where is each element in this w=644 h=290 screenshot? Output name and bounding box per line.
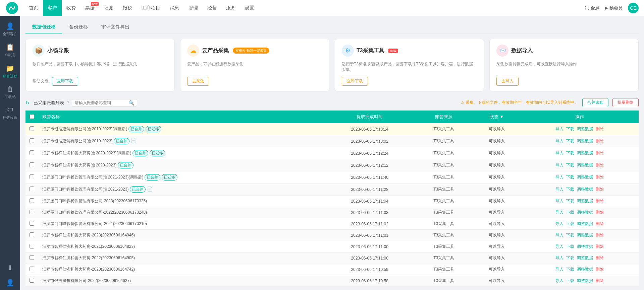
- action-调整数据[interactable]: 调整数据: [576, 163, 594, 167]
- action-调整数据[interactable]: 调整数据: [576, 256, 594, 260]
- action-调整数据[interactable]: 调整数据: [576, 221, 594, 226]
- action-调整数据[interactable]: 调整数据: [576, 199, 594, 203]
- row-checkbox[interactable]: [30, 210, 34, 214]
- row-checkbox[interactable]: [30, 174, 34, 179]
- nav-bookkeeping[interactable]: 记账: [99, 0, 118, 16]
- action-调整数据[interactable]: 调整数据: [576, 278, 594, 283]
- member-button[interactable]: ▶ 畅会员: [605, 5, 623, 11]
- file-icon[interactable]: 📄: [131, 138, 137, 143]
- action-调整数据[interactable]: 调整数据: [576, 127, 594, 131]
- nav-business[interactable]: 工商项目: [137, 0, 165, 16]
- sidebar-item-zero-report[interactable]: 📋 0申报: [0, 40, 20, 61]
- action-下载[interactable]: 下载: [565, 187, 576, 192]
- action-删除[interactable]: 删除: [594, 163, 605, 167]
- help-doc-link[interactable]: 帮助文档: [33, 78, 49, 84]
- row-checkbox[interactable]: [30, 162, 34, 167]
- sidebar-item-download[interactable]: ⬇: [6, 261, 14, 275]
- action-导入[interactable]: 导入: [554, 221, 565, 226]
- go-collect-button[interactable]: 去采集: [187, 77, 209, 86]
- action-导入[interactable]: 导入: [554, 127, 565, 131]
- action-删除[interactable]: 删除: [594, 278, 605, 283]
- action-下载[interactable]: 下载: [565, 278, 576, 283]
- go-import-button[interactable]: 去导入: [496, 77, 519, 86]
- search-input[interactable]: [75, 100, 128, 105]
- action-下载[interactable]: 下载: [565, 139, 576, 143]
- action-下载[interactable]: 下载: [565, 256, 576, 260]
- action-调整数据[interactable]: 调整数据: [576, 267, 594, 272]
- avatar[interactable]: CE: [628, 3, 639, 13]
- nav-message[interactable]: 消息: [165, 0, 184, 16]
- nav-home[interactable]: 首页: [24, 0, 43, 16]
- action-调整数据[interactable]: 调整数据: [576, 187, 594, 192]
- action-导入[interactable]: 导入: [554, 233, 565, 237]
- action-下载[interactable]: 下载: [565, 210, 576, 215]
- action-删除[interactable]: 删除: [594, 233, 605, 237]
- action-导入[interactable]: 导入: [554, 210, 565, 215]
- row-checkbox[interactable]: [30, 198, 34, 203]
- action-删除[interactable]: 删除: [594, 139, 605, 143]
- action-调整数据[interactable]: 调整数据: [576, 244, 594, 249]
- action-下载[interactable]: 下载: [565, 151, 576, 155]
- nav-tax[interactable]: 报税: [118, 0, 137, 16]
- row-checkbox[interactable]: [30, 255, 34, 260]
- download-now-button-t3[interactable]: 立即下载: [342, 77, 368, 86]
- action-下载[interactable]: 下载: [565, 233, 576, 237]
- row-checkbox[interactable]: [30, 138, 34, 143]
- refresh-icon[interactable]: ↻: [25, 100, 30, 105]
- fullscreen-button[interactable]: ⛶ 全屏: [585, 5, 599, 11]
- row-checkbox[interactable]: [30, 232, 34, 237]
- action-删除[interactable]: 删除: [594, 210, 605, 215]
- action-删除[interactable]: 删除: [594, 175, 605, 179]
- action-删除[interactable]: 删除: [594, 244, 605, 249]
- row-checkbox[interactable]: [30, 187, 34, 191]
- nav-invoice[interactable]: 票据new: [80, 0, 99, 16]
- logo[interactable]: [5, 1, 19, 15]
- sidebar-item-profile[interactable]: 👤: [6, 275, 14, 290]
- action-删除[interactable]: 删除: [594, 221, 605, 226]
- action-调整数据[interactable]: 调整数据: [576, 175, 594, 179]
- action-导入[interactable]: 导入: [554, 139, 565, 143]
- nav-service[interactable]: 服务: [221, 0, 240, 16]
- file-icon[interactable]: 📄: [147, 186, 153, 192]
- action-调整数据[interactable]: 调整数据: [576, 139, 594, 143]
- action-下载[interactable]: 下载: [565, 244, 576, 249]
- row-checkbox[interactable]: [30, 278, 34, 283]
- nav-fee[interactable]: 收费: [62, 0, 80, 16]
- sidebar-item-recycle[interactable]: 🗑 回收站: [0, 82, 20, 103]
- action-删除[interactable]: 删除: [594, 151, 605, 155]
- action-调整数据[interactable]: 调整数据: [576, 210, 594, 215]
- merge-accounts-button[interactable]: 合并账套: [582, 98, 608, 107]
- action-导入[interactable]: 导入: [554, 278, 565, 283]
- action-下载[interactable]: 下载: [565, 163, 576, 167]
- action-导入[interactable]: 导入: [554, 199, 565, 203]
- action-下载[interactable]: 下载: [565, 127, 576, 131]
- action-删除[interactable]: 删除: [594, 256, 605, 260]
- action-下载[interactable]: 下载: [565, 175, 576, 179]
- action-导入[interactable]: 导入: [554, 187, 565, 192]
- select-all-checkbox[interactable]: [30, 114, 34, 119]
- download-now-button-xiaochangzhang[interactable]: 立即下载: [52, 77, 78, 86]
- action-导入[interactable]: 导入: [554, 256, 565, 260]
- action-删除[interactable]: 删除: [594, 127, 605, 131]
- action-下载[interactable]: 下载: [565, 199, 576, 203]
- action-删除[interactable]: 删除: [594, 187, 605, 192]
- tab-backup-migration[interactable]: 备份迁移: [62, 21, 95, 33]
- nav-manage[interactable]: 管理: [184, 0, 203, 16]
- tab-audit-export[interactable]: 审计文件导出: [95, 21, 136, 33]
- row-checkbox[interactable]: [30, 244, 34, 248]
- action-调整数据[interactable]: 调整数据: [576, 151, 594, 155]
- sidebar-item-tag-settings[interactable]: 🏷 标签设置: [0, 103, 20, 124]
- action-导入[interactable]: 导入: [554, 175, 565, 179]
- tab-data-migration[interactable]: 数据包迁移: [25, 21, 62, 33]
- action-导入[interactable]: 导入: [554, 267, 565, 272]
- action-导入[interactable]: 导入: [554, 151, 565, 155]
- row-checkbox[interactable]: [30, 267, 34, 271]
- action-导入[interactable]: 导入: [554, 163, 565, 167]
- action-删除[interactable]: 删除: [594, 199, 605, 203]
- action-下载[interactable]: 下载: [565, 267, 576, 272]
- batch-delete-button[interactable]: 批量删除: [612, 98, 639, 107]
- nav-operation[interactable]: 经营: [203, 0, 221, 16]
- nav-settings[interactable]: 设置: [240, 0, 259, 16]
- action-导入[interactable]: 导入: [554, 244, 565, 249]
- sidebar-item-account-migration[interactable]: 📁 账套迁移: [0, 61, 20, 82]
